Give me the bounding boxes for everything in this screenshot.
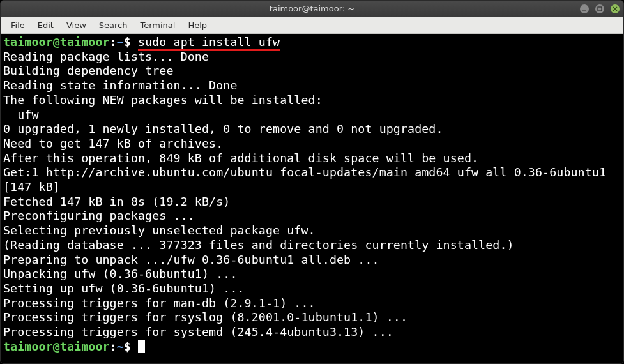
prompt-user-host: taimoor@taimoor — [3, 340, 110, 353]
output-line: Processing triggers for man-db (2.9.1-1)… — [3, 296, 621, 311]
menu-file[interactable]: File — [4, 18, 31, 33]
output-line: Unpacking ufw (0.36-6ubuntu1) ... — [3, 267, 621, 282]
prompt-dollar: $ — [124, 35, 131, 49]
terminal-viewport[interactable]: taimoor@taimoor:~$ sudo apt install ufwR… — [1, 34, 623, 363]
maximize-button[interactable] — [595, 4, 604, 13]
output-line: Need to get 147 kB of archives. — [3, 137, 621, 151]
output-line: After this operation, 849 kB of addition… — [3, 151, 621, 166]
titlebar: taimoor@taimoor: ~ — [1, 1, 623, 17]
svg-rect-0 — [582, 10, 586, 11]
output-line: The following NEW packages will be insta… — [3, 93, 621, 108]
close-icon — [613, 6, 618, 11]
menu-terminal[interactable]: Terminal — [133, 18, 181, 33]
output-line: Building dependency tree — [3, 64, 621, 79]
output-line: Get:1 http://archive.ubuntu.com/ubuntu f… — [3, 165, 621, 194]
prompt-dollar: $ — [124, 340, 131, 353]
svg-rect-1 — [598, 7, 602, 11]
menu-view[interactable]: View — [60, 18, 93, 33]
output-line: Selecting previously unselected package … — [3, 224, 621, 238]
output-line: Fetched 147 kB in 8s (19.2 kB/s) — [3, 195, 621, 209]
cursor-block — [138, 340, 145, 353]
window-controls — [580, 1, 620, 17]
maximize-icon — [597, 6, 602, 11]
prompt-path: ~ — [117, 340, 124, 353]
menu-help[interactable]: Help — [181, 18, 213, 33]
close-button[interactable] — [611, 4, 620, 13]
menubar: File Edit View Search Terminal Help — [1, 17, 623, 34]
prompt-colon: : — [110, 35, 117, 49]
output-line: Reading state information... Done — [3, 79, 621, 93]
output-line: ufw — [3, 108, 621, 123]
output-line: Preparing to unpack .../ufw_0.36-6ubuntu… — [3, 253, 621, 268]
minimize-button[interactable] — [580, 4, 589, 13]
output-line: Setting up ufw (0.36-6ubuntu1) ... — [3, 282, 621, 296]
prompt-line-2: taimoor@taimoor:~$ — [3, 340, 621, 354]
prompt-line-1: taimoor@taimoor:~$ sudo apt install ufw — [3, 35, 621, 50]
menu-search[interactable]: Search — [93, 18, 134, 33]
output-line: (Reading database ... 377323 files and d… — [3, 238, 621, 253]
prompt-colon: : — [110, 340, 117, 353]
terminal-window: taimoor@taimoor: ~ File Edit View Search… — [0, 0, 624, 364]
window-title: taimoor@taimoor: ~ — [270, 4, 354, 13]
output-line: Processing triggers for rsyslog (8.2001.… — [3, 310, 621, 325]
output-line: 0 upgraded, 1 newly installed, 0 to remo… — [3, 122, 621, 137]
prompt-path: ~ — [117, 35, 124, 49]
minimize-icon — [582, 6, 587, 11]
prompt-user-host: taimoor@taimoor — [3, 35, 110, 49]
output-line: Reading package lists... Done — [3, 50, 621, 64]
output-line: Preconfiguring packages ... — [3, 209, 621, 224]
command-text: sudo apt install ufw — [138, 35, 280, 51]
output-line: Processing triggers for systemd (245.4-4… — [3, 325, 621, 340]
menu-edit[interactable]: Edit — [31, 18, 60, 33]
